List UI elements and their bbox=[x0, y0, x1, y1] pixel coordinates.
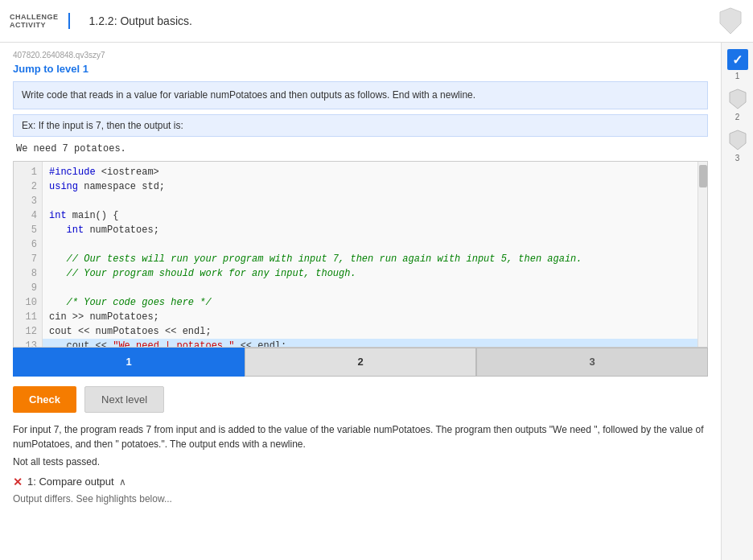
output-example: We need 7 potatoes. bbox=[13, 143, 708, 154]
test-tab-3[interactable]: 3 bbox=[476, 348, 708, 377]
shield-icon-header bbox=[719, 7, 742, 35]
badge-1-number: 1 bbox=[735, 72, 740, 80]
description-text: Write code that reads in a value for var… bbox=[22, 89, 475, 101]
fail-icon: ✕ bbox=[13, 476, 23, 488]
chevron-up-icon: ∧ bbox=[119, 476, 126, 488]
test-result-label: 1: Compare output bbox=[27, 476, 114, 488]
code-area[interactable]: 12345 678910 1112131415 1617 #include <i… bbox=[14, 162, 707, 347]
header-title: 1.2.2: Output basics. bbox=[80, 14, 192, 27]
metadata-id: 407820.2640848.qv3szy7 bbox=[13, 51, 708, 60]
challenge-label: CHALLENGE ACTIVITY bbox=[10, 13, 70, 29]
main-content: 407820.2640848.qv3szy7 Jump to level 1 W… bbox=[0, 43, 721, 560]
code-editor[interactable]: 12345 678910 1112131415 1617 #include <i… bbox=[13, 161, 708, 348]
not-passed-text: Not all tests passed. bbox=[13, 456, 708, 467]
feedback-text: For input 7, the program reads 7 from in… bbox=[13, 422, 708, 451]
shield-3-icon bbox=[729, 130, 747, 150]
header-badge-icon bbox=[718, 6, 743, 35]
test-result-row[interactable]: ✕ 1: Compare output ∧ bbox=[13, 476, 708, 488]
badge-2-number: 2 bbox=[735, 113, 740, 121]
next-level-button[interactable]: Next level bbox=[84, 386, 164, 413]
badge-3-number: 3 bbox=[735, 154, 740, 163]
content-area: 407820.2640848.qv3szy7 Jump to level 1 W… bbox=[0, 43, 753, 560]
example-box: Ex: If the input is 7, then the output i… bbox=[13, 114, 708, 137]
badge-2-container: 2 bbox=[727, 87, 748, 121]
test-tab-2[interactable]: 2 bbox=[245, 348, 476, 377]
jump-to-level-link[interactable]: Jump to level 1 bbox=[13, 63, 88, 75]
badge-3-container: 3 bbox=[727, 128, 748, 163]
header-left: CHALLENGE ACTIVITY 1.2.2: Output basics. bbox=[10, 13, 718, 29]
scrollbar-thumb[interactable] bbox=[699, 165, 707, 187]
test-tabs: 1 2 3 bbox=[13, 348, 708, 377]
button-row: Check Next level bbox=[13, 386, 708, 413]
output-note: Output differs. See highlights below... bbox=[13, 493, 708, 504]
code-scrollbar[interactable] bbox=[697, 162, 707, 347]
test-tab-1[interactable]: 1 bbox=[13, 348, 245, 377]
header: CHALLENGE ACTIVITY 1.2.2: Output basics. bbox=[0, 0, 753, 43]
badge-1-container: ✓ 1 bbox=[727, 49, 748, 80]
activity-text: ACTIVITY bbox=[10, 21, 59, 29]
badge-1-icon: ✓ bbox=[727, 49, 748, 70]
badge-3-icon bbox=[727, 128, 748, 152]
description-box: Write code that reads in a value for var… bbox=[13, 81, 708, 109]
right-sidebar: ✓ 1 2 3 bbox=[721, 43, 753, 560]
badge-2-icon bbox=[727, 87, 748, 111]
challenge-text: CHALLENGE bbox=[10, 13, 59, 21]
example-text: Ex: If the input is 7, then the output i… bbox=[22, 120, 183, 131]
line-numbers: 12345 678910 1112131415 1617 bbox=[14, 162, 43, 347]
check-button[interactable]: Check bbox=[13, 386, 76, 413]
code-content[interactable]: #include <iostream> using namespace std;… bbox=[43, 162, 707, 347]
checkmark-icon: ✓ bbox=[732, 52, 743, 68]
jump-section: 407820.2640848.qv3szy7 Jump to level 1 bbox=[13, 51, 708, 75]
shield-2-icon bbox=[729, 89, 747, 109]
